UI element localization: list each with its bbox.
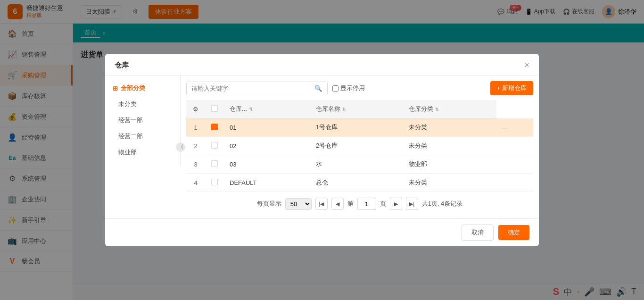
row-category: 未分类 <box>403 118 496 137</box>
row-num: 2 <box>186 137 205 155</box>
col-settings: ⚙ <box>186 100 205 118</box>
table-panel: 🔍 显示停用 + 新增仓库 ⚙ 仓库...⇅ <box>181 75 539 218</box>
row-actions[interactable]: ... <box>496 118 533 137</box>
search-button[interactable]: 🔍 <box>310 82 327 95</box>
category-item-dept2[interactable]: 经营二部 <box>105 128 180 144</box>
category-panel-wrapper: ⊞ 全部分类 未分类 经营一部 经营二部 物业部 《 <box>105 75 181 218</box>
sort-icon: ⇅ <box>249 107 253 112</box>
row-name: 总仓 <box>310 174 403 192</box>
table-row[interactable]: 3 03 水 物业部 <box>186 155 533 174</box>
page-unit: 页 <box>380 200 386 208</box>
row-checkbox-cell <box>205 118 224 137</box>
sort-icon: ⇅ <box>435 107 439 112</box>
table-row[interactable]: 4 DEFAULT 总仓 未分类 <box>186 174 533 192</box>
new-warehouse-button[interactable]: + 新增仓库 <box>490 81 533 95</box>
category-item-property[interactable]: 物业部 <box>105 144 180 160</box>
table-row[interactable]: 1 01 1号仓库 未分类 ... <box>186 118 533 137</box>
category-all-label: 全部分类 <box>121 84 145 92</box>
row-category: 未分类 <box>403 174 496 192</box>
col-category: 仓库分类⇅ <box>403 100 496 118</box>
table-toolbar: 🔍 显示停用 + 新增仓库 <box>186 81 533 95</box>
show-disabled-checkbox[interactable] <box>332 85 339 92</box>
first-page-button[interactable]: |◀ <box>315 198 328 210</box>
search-box: 🔍 <box>186 82 328 95</box>
per-page-label: 每页显示 <box>257 200 281 208</box>
table-body: 1 01 1号仓库 未分类 ... 2 02 2号仓库 未分类 3 03 水 物… <box>186 118 533 192</box>
category-all[interactable]: ⊞ 全部分类 <box>105 80 180 96</box>
per-page-select[interactable]: 50 20 100 <box>285 198 312 210</box>
total-info: 共1页, 4条记录 <box>422 200 463 208</box>
row-category: 物业部 <box>403 155 496 174</box>
col-code: 仓库...⇅ <box>224 100 310 118</box>
next-page-button[interactable]: ▶ <box>390 198 402 210</box>
row-num: 3 <box>186 155 205 174</box>
row-code: 01 <box>224 118 310 137</box>
table-header-row: ⚙ 仓库...⇅ 仓库名称⇅ 仓库分类⇅ <box>186 100 533 118</box>
pagination: 每页显示 50 20 100 |◀ ◀ 第 页 ▶ ▶| 共1页, 4条记录 <box>186 192 533 213</box>
row-name: 2号仓库 <box>310 137 403 155</box>
row-code: 03 <box>224 155 310 174</box>
collapse-panel-button[interactable]: 《 <box>176 142 185 152</box>
category-item-dept1[interactable]: 经营一部 <box>105 112 180 128</box>
modal-header: 仓库 × <box>105 54 539 75</box>
row-checkbox[interactable] <box>211 124 218 130</box>
row-name: 1号仓库 <box>310 118 403 137</box>
grid-icon: ⊞ <box>113 85 118 92</box>
cancel-button[interactable]: 取消 <box>462 225 494 241</box>
modal-footer: 取消 确定 <box>105 218 539 246</box>
row-num: 1 <box>186 118 205 137</box>
col-name: 仓库名称⇅ <box>310 100 403 118</box>
row-checkbox-cell <box>205 155 224 174</box>
row-checkbox-cell <box>205 137 224 155</box>
close-icon[interactable]: × <box>524 60 529 70</box>
select-all-checkbox[interactable] <box>211 105 218 112</box>
confirm-button[interactable]: 确定 <box>498 225 529 240</box>
page-label: 第 <box>347 200 354 208</box>
row-num: 4 <box>186 174 205 192</box>
modal-body: ⊞ 全部分类 未分类 经营一部 经营二部 物业部 《 🔍 显示停用 <box>105 75 539 218</box>
category-item-unclassified[interactable]: 未分类 <box>105 96 180 112</box>
table-row[interactable]: 2 02 2号仓库 未分类 <box>186 137 533 155</box>
row-code: DEFAULT <box>224 174 310 192</box>
row-name: 水 <box>310 155 403 174</box>
last-page-button[interactable]: ▶| <box>406 198 418 210</box>
row-checkbox-cell <box>205 174 224 192</box>
show-disabled-label[interactable]: 显示停用 <box>332 84 365 92</box>
category-panel: ⊞ 全部分类 未分类 经营一部 经营二部 物业部 <box>105 75 181 165</box>
warehouse-table: ⚙ 仓库...⇅ 仓库名称⇅ 仓库分类⇅ <box>186 100 533 192</box>
prev-page-button[interactable]: ◀ <box>331 198 344 210</box>
page-input[interactable] <box>357 198 376 210</box>
search-input[interactable] <box>187 82 310 95</box>
row-code: 02 <box>224 137 310 155</box>
row-checkbox[interactable] <box>211 142 218 149</box>
col-checkbox <box>205 100 224 118</box>
warehouse-modal: 仓库 × ⊞ 全部分类 未分类 经营一部 经营二部 物业部 《 🔍 <box>105 54 539 246</box>
modal-title: 仓库 <box>115 61 129 70</box>
row-checkbox[interactable] <box>211 179 218 185</box>
row-checkbox[interactable] <box>211 160 218 167</box>
sort-icon: ⇅ <box>342 107 346 112</box>
row-category: 未分类 <box>403 137 496 155</box>
